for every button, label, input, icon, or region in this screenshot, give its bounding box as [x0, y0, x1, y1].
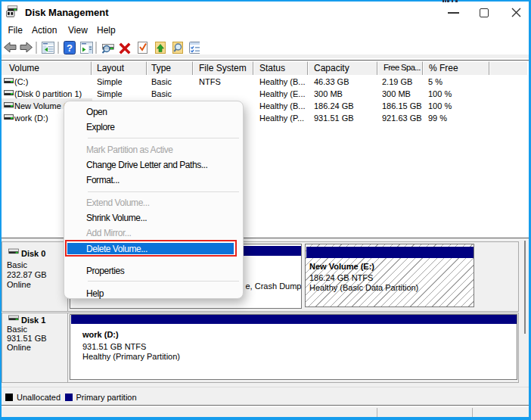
- svg-text:?: ?: [67, 42, 73, 54]
